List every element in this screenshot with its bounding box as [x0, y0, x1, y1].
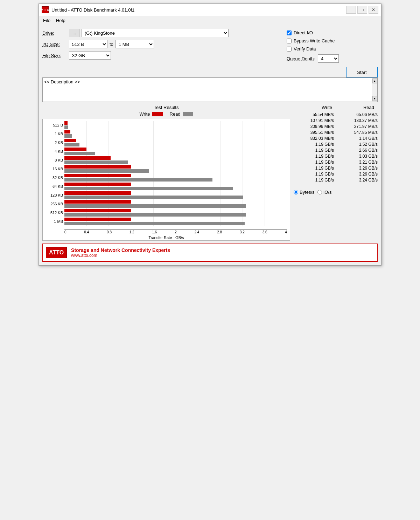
browse-button[interactable]: ... — [69, 29, 79, 37]
read-bar-8 — [64, 196, 243, 199]
scroll-up-arrow[interactable]: ▲ — [372, 78, 377, 83]
read-value-6: 2.66 GB/s — [337, 148, 378, 153]
data-table-row-7: 1.19 GB/s3.03 GB/s — [294, 154, 378, 159]
io-size-from-select[interactable]: 512 B — [69, 40, 107, 48]
bar-label-7: 64 KB — [43, 183, 63, 190]
read-legend-label: Read — [170, 111, 181, 117]
read-bar-7 — [64, 187, 233, 190]
io-size-row: I/O Size: 512 B to 1 MB — [42, 40, 283, 48]
queue-depth-select[interactable]: 4 — [318, 54, 339, 63]
bar-group-2-KB: 2 KB — [64, 139, 287, 146]
bar-label-2: 2 KB — [43, 139, 63, 146]
io-radio[interactable] — [317, 190, 322, 194]
footer-text-block: Storage and Network Connectivity Experts… — [71, 247, 170, 258]
data-table-row-2: 209.96 MB/s271.97 MB/s — [294, 124, 378, 129]
bypass-write-cache-checkbox[interactable] — [287, 39, 292, 43]
direct-io-row: Direct I/O — [287, 30, 378, 35]
footer-tagline: Storage and Network Connectivity Experts — [71, 247, 170, 253]
window-title: Untitled - ATTO Disk Benchmark 4.01.0f1 — [51, 7, 134, 13]
x-axis: 0 0.4 0.8 1.2 1.6 2 2.4 2.8 3.2 3.6 4 — [64, 229, 287, 234]
menu-help[interactable]: Help — [53, 17, 68, 24]
x-tick-3: 1.2 — [130, 230, 134, 234]
file-size-select[interactable]: 32 GB — [69, 51, 111, 60]
read-bar-5 — [64, 169, 149, 173]
write-bar-5 — [64, 165, 131, 169]
read-bar-0 — [64, 125, 68, 129]
bypass-write-cache-label[interactable]: Bypass Write Cache — [294, 38, 335, 43]
verify-data-checkbox[interactable] — [287, 47, 292, 52]
bytes-label[interactable]: Bytes/s — [300, 190, 315, 195]
menu-bar: File Help — [39, 16, 381, 25]
x-tick-0: 0 — [64, 230, 66, 234]
title-bar: ATTO Untitled - ATTO Disk Benchmark 4.01… — [39, 4, 381, 16]
write-legend-color — [152, 112, 163, 116]
bar-group-4-KB: 4 KB — [64, 148, 287, 155]
write-bar-7 — [64, 183, 131, 186]
bytes-radio[interactable] — [294, 190, 298, 194]
menu-file[interactable]: File — [40, 17, 53, 24]
verify-data-label[interactable]: Verify Data — [294, 46, 316, 52]
start-button[interactable]: Start — [346, 67, 378, 77]
read-bar-11 — [64, 222, 245, 225]
close-button[interactable]: ✕ — [369, 6, 378, 14]
file-size-label: File Size: — [42, 53, 67, 58]
app-icon: ATTO — [42, 6, 49, 13]
bar-label-10: 512 KB — [43, 209, 63, 217]
controls-row: Drive: ... (G:) KingStone I/O Size: 512 … — [42, 29, 378, 77]
io-size-label: I/O Size: — [42, 42, 67, 47]
file-size-row: File Size: 32 GB — [42, 51, 283, 60]
write-bar-6 — [64, 174, 131, 177]
direct-io-label[interactable]: Direct I/O — [294, 30, 313, 35]
chart-title: Test Results — [42, 105, 290, 110]
bar-group-32-KB: 32 KB — [64, 174, 287, 182]
write-value-3: 395.51 MB/s — [294, 130, 334, 135]
data-table-row-4: 832.03 MB/s1.14 GB/s — [294, 136, 378, 141]
bar-group-512-KB: 512 KB — [64, 209, 287, 217]
minimize-button[interactable]: — — [346, 6, 356, 14]
data-table-header: Write Read — [294, 105, 378, 111]
scroll-down-arrow[interactable]: ▼ — [372, 96, 377, 101]
drive-label: Drive: — [42, 30, 67, 36]
read-bar-1 — [64, 134, 72, 138]
read-value-9: 3.26 GB/s — [337, 166, 378, 171]
footer-banner: ATTO Storage and Network Connectivity Ex… — [42, 244, 378, 262]
drive-select[interactable]: (G:) KingStone — [82, 29, 229, 37]
write-bar-3 — [64, 148, 86, 151]
atto-logo: ATTO — [46, 247, 67, 258]
read-bar-2 — [64, 143, 79, 146]
io-label[interactable]: IO/s — [323, 190, 332, 195]
read-bar-3 — [64, 152, 95, 155]
read-bar-10 — [64, 213, 246, 217]
bar-group-64-KB: 64 KB — [64, 183, 287, 190]
read-value-7: 3.03 GB/s — [337, 154, 378, 159]
maximize-button[interactable]: □ — [357, 6, 367, 14]
io-size-to-select[interactable]: 1 MB — [115, 40, 154, 48]
data-table-row-11: 1.19 GB/s3.24 GB/s — [294, 178, 378, 183]
bar-label-1: 1 KB — [43, 130, 63, 138]
x-axis-label: Transfer Rate - GB/s — [43, 235, 290, 240]
read-value-10: 3.26 GB/s — [337, 172, 378, 177]
write-value-10: 1.19 GB/s — [294, 172, 334, 177]
read-value-2: 271.97 MB/s — [337, 124, 378, 129]
x-tick-6: 2.4 — [195, 230, 200, 234]
write-bar-1 — [64, 130, 70, 134]
bar-label-4: 8 KB — [43, 156, 63, 164]
write-bar-0 — [64, 121, 68, 125]
footer-url: www.atto.com — [71, 253, 170, 258]
left-controls: Drive: ... (G:) KingStone I/O Size: 512 … — [42, 29, 283, 62]
bar-label-0: 512 B — [43, 121, 63, 129]
data-table-row-6: 1.19 GB/s2.66 GB/s — [294, 148, 378, 153]
main-window: ATTO Untitled - ATTO Disk Benchmark 4.01… — [38, 4, 382, 266]
description-text: << Description >> — [44, 79, 80, 84]
verify-data-row: Verify Data — [287, 46, 378, 52]
read-bar-9 — [64, 204, 246, 208]
x-tick-5: 2 — [175, 230, 177, 234]
x-tick-7: 2.8 — [217, 230, 222, 234]
bar-label-5: 16 KB — [43, 165, 63, 173]
data-table-row-10: 1.19 GB/s3.26 GB/s — [294, 172, 378, 177]
write-value-6: 1.19 GB/s — [294, 148, 334, 153]
direct-io-checkbox[interactable] — [287, 30, 292, 35]
read-bar-6 — [64, 178, 212, 182]
bar-group-8-KB: 8 KB — [64, 156, 287, 164]
write-value-1: 107.91 MB/s — [294, 118, 334, 123]
